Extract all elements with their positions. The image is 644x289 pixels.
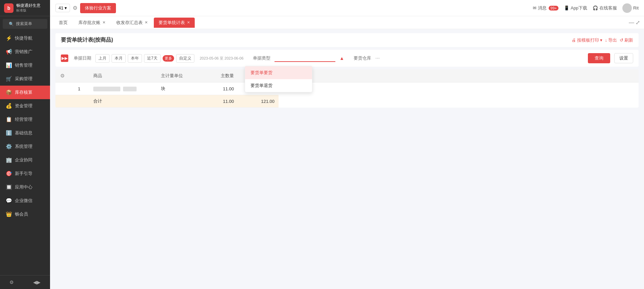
wechat-icon: 💬 <box>5 197 12 204</box>
column-settings-icon[interactable]: ⚙ <box>60 73 65 79</box>
dropdown-item-return[interactable]: 要货单退货 <box>245 79 312 92</box>
tab-summary[interactable]: 收发存汇总表 ✕ <box>112 18 152 28</box>
table-head: ⚙ 商品 主计量单位 主数量 零售金额 <box>55 69 639 83</box>
date-btn-this-month[interactable]: 本月 <box>112 54 126 63</box>
date-btn-more[interactable]: 更多 <box>163 55 174 62</box>
topbar-right: ✉ 消息 99+ 📱 App下载 🎧 在线客服 Rit <box>533 3 639 13</box>
app-logo-text: 畅捷通好生意 标准版 <box>16 3 41 13</box>
tab-summary-close[interactable]: ✕ <box>145 20 148 25</box>
filter-type-dropdown-icon[interactable]: ▲ <box>339 55 344 61</box>
app-download-label: App下载 <box>571 5 587 11</box>
th-unit: 主计量单位 <box>157 69 197 83</box>
filter-type-input[interactable] <box>275 55 335 62</box>
settings-btn[interactable]: 设置 <box>614 53 633 63</box>
print-arrow-icon: ▾ <box>600 38 602 43</box>
tab-minimize-btn[interactable]: — <box>629 20 634 26</box>
guide-icon: 🎯 <box>5 170 12 177</box>
total-row: 合计 11.00 121.00 <box>55 95 639 108</box>
topbar-gear-icon[interactable]: ⚙ <box>73 5 77 11</box>
export-icon: ↓ <box>605 38 607 43</box>
sidebar-item-inventory[interactable]: 📦 库存核算 <box>0 86 50 99</box>
print-icon: 🖨 <box>572 38 576 43</box>
apps-icon: 🔲 <box>5 184 12 191</box>
sidebar-bottom: ⚙ ◀▶ <box>0 275 50 289</box>
system-icon: ⚙️ <box>5 143 12 150</box>
sidebar-item-enterprise[interactable]: 🏢 企业协同 <box>0 153 50 167</box>
th-filler <box>279 69 639 83</box>
branch-selector[interactable]: 41 ▾ <box>55 4 70 12</box>
tab-order-close[interactable]: ✕ <box>187 20 190 25</box>
search-menu-item[interactable]: 🔍 搜索菜单 <box>3 19 47 29</box>
app-logo-icon: b <box>4 3 14 13</box>
sidebar-item-wechat[interactable]: 💬 企业微信 <box>0 194 50 207</box>
td-no: 1 <box>69 83 89 95</box>
branch-value: 41 <box>58 5 63 10</box>
tab-order[interactable]: 要货单统计表 ✕ <box>154 18 195 28</box>
dropdown-item-order[interactable]: 要货单要货 <box>245 66 312 79</box>
user-name: Rit <box>633 5 639 10</box>
table-foot: 合计 11.00 121.00 <box>55 95 639 108</box>
finance-icon: 💰 <box>5 103 12 109</box>
app-download-btn[interactable]: 📱 App下载 <box>564 5 587 11</box>
sidebar-item-marketing[interactable]: 📢 营销推广 <box>0 45 50 59</box>
filter-warehouse-dots[interactable]: ··· <box>375 55 380 61</box>
sidebar-item-sales[interactable]: 📊 销售管理 <box>0 59 50 72</box>
td-total-settings <box>55 95 69 108</box>
sidebar-item-member[interactable]: 👑 畅会员 <box>0 207 50 221</box>
sidebar-item-purchase[interactable]: 🛒 采购管理 <box>0 72 50 86</box>
tab-expand-btn[interactable]: ⤢ <box>636 19 640 26</box>
type-dropdown-menu: 要货单要货 要货单退货 <box>245 66 312 92</box>
tab-batch[interactable]: 库存批次账 ✕ <box>74 18 110 28</box>
search-icon: 🔍 <box>9 22 14 26</box>
td-settings <box>55 83 69 95</box>
export-btn[interactable]: ↓ 导出 <box>605 37 617 43</box>
date-btn-7days[interactable]: 近7天 <box>144 54 161 63</box>
sidebar-item-finance[interactable]: 💰 资金管理 <box>0 99 50 113</box>
refresh-btn[interactable]: ↺ 刷新 <box>620 37 633 43</box>
refresh-label: 刷新 <box>624 37 633 43</box>
sidebar-item-guide[interactable]: 🎯 新手引导 <box>0 167 50 180</box>
user-avatar-btn[interactable]: Rit <box>622 3 639 13</box>
sidebar-logo: b 畅捷通好生意 标准版 <box>0 0 50 16</box>
date-btn-custom[interactable]: 自定义 <box>176 54 194 63</box>
tab-batch-label: 库存批次账 <box>78 20 100 26</box>
td-total-no <box>69 95 89 108</box>
th-qty: 主数量 <box>197 69 238 83</box>
main-area: 41 ▾ ⚙ 体验行业方案 ✉ 消息 99+ 📱 App下载 🎧 在线客服 R <box>50 0 644 289</box>
marketing-icon: 📢 <box>5 48 12 55</box>
sidebar-item-apps[interactable]: 🔲 应用中心 <box>0 180 50 194</box>
table-row: 1 块 11.00 121.00 <box>55 83 639 95</box>
sidebar-nav: ⚡ 快捷导航 📢 营销推广 📊 销售管理 🛒 采购管理 📦 库存核算 💰 资金管… <box>0 31 50 275</box>
messages-btn[interactable]: ✉ 消息 99+ <box>533 5 558 11</box>
online-service-btn[interactable]: 🎧 在线客服 <box>593 5 617 11</box>
purchase-icon: 🛒 <box>5 75 12 82</box>
td-unit: 块 <box>157 83 197 95</box>
th-settings[interactable]: ⚙ <box>55 69 69 83</box>
collapse-sidebar-btn[interactable]: ◀▶ <box>30 278 43 286</box>
td-total-unit <box>157 95 197 108</box>
sidebar-item-basic[interactable]: ℹ️ 基础信息 <box>0 126 50 140</box>
print-btn[interactable]: 🖨 按模板打印 ▾ <box>572 37 602 43</box>
enterprise-icon: 🏢 <box>5 157 12 163</box>
date-btn-last-month[interactable]: 上月 <box>95 54 110 63</box>
sidebar-item-operations[interactable]: 📋 经营管理 <box>0 113 50 126</box>
industry-btn[interactable]: 体验行业方案 <box>80 3 116 13</box>
sidebar: b 畅捷通好生意 标准版 🔍 搜索菜单 ⚡ 快捷导航 📢 营销推广 📊 销售管理… <box>0 0 50 289</box>
sidebar-item-quick[interactable]: ⚡ 快捷导航 <box>0 31 50 45</box>
filter-type-label: 单据类型 <box>253 55 270 61</box>
page-actions: 🖨 按模板打印 ▾ ↓ 导出 ↺ 刷新 <box>572 37 634 43</box>
tab-home[interactable]: 首页 <box>54 18 72 28</box>
date-btn-this-year[interactable]: 本年 <box>128 54 142 63</box>
query-btn[interactable]: 查询 <box>588 53 610 63</box>
chevron-down-icon: ▾ <box>65 5 67 10</box>
filter-warehouse-label: 要货仓库 <box>354 55 371 61</box>
tab-batch-close[interactable]: ✕ <box>102 20 105 25</box>
avatar <box>622 3 632 13</box>
filter-bar: ▶▶ 单据日期 上月 本月 本年 近7天 更多 自定义 2023-05-06 至… <box>55 50 639 67</box>
sidebar-item-system[interactable]: ⚙️ 系统管理 <box>0 140 50 153</box>
settings-bottom-btn[interactable]: ⚙ <box>7 278 17 286</box>
refresh-icon: ↺ <box>620 38 623 43</box>
filter-expand-btn[interactable]: ▶▶ <box>61 54 68 62</box>
th-no <box>69 69 89 83</box>
td-total-label: 合计 <box>89 95 157 108</box>
